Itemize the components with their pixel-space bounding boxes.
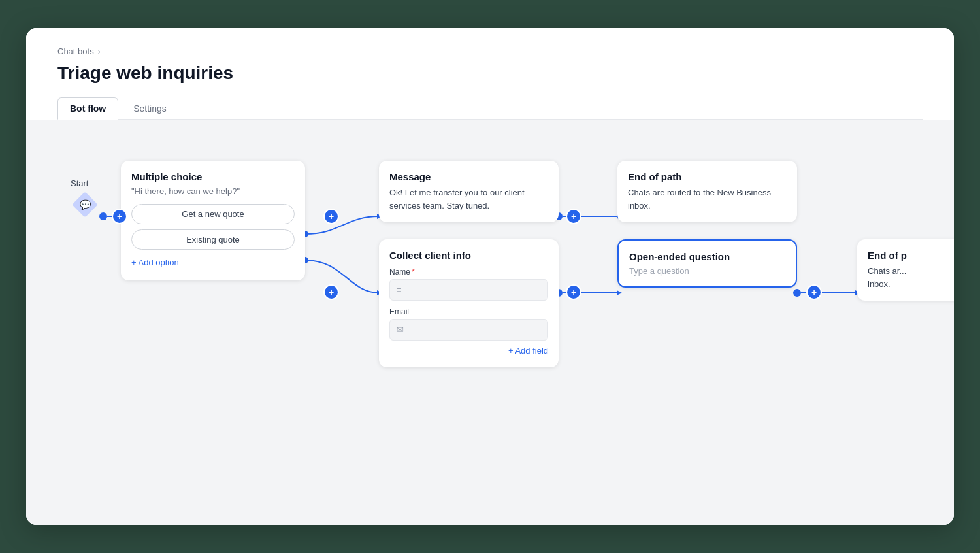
- tab-bot-flow[interactable]: Bot flow: [57, 97, 118, 120]
- text-icon: ≡: [397, 285, 402, 295]
- node-message: Message Ok! Let me transfer you to our c…: [379, 161, 559, 222]
- mc-title: Multiple choice: [131, 171, 295, 182]
- field-label-name: Name*: [389, 267, 548, 276]
- tab-settings[interactable]: Settings: [121, 97, 179, 120]
- option-existing-quote[interactable]: Existing quote: [131, 229, 295, 250]
- end2-body: Chats ar...inbox.: [868, 265, 954, 290]
- end2-title: End of p: [868, 250, 954, 261]
- option-get-quote[interactable]: Get a new quote: [131, 204, 295, 224]
- plus-button-open-end2[interactable]: +: [806, 284, 822, 300]
- main-content: Chat bots › Triage web inquiries Bot flo…: [26, 28, 954, 525]
- node-end-path-2: End of p Chats ar...inbox.: [857, 239, 954, 301]
- message-body: Ok! Let me transfer you to our client se…: [389, 186, 548, 212]
- plus-button-mc-message[interactable]: +: [323, 209, 339, 224]
- open-ended-title: Open-ended question: [629, 251, 785, 262]
- plus-button-collect-open[interactable]: +: [566, 284, 581, 300]
- node-end-path-1: End of path Chats are routed to the New …: [617, 161, 797, 222]
- page-title: Triage web inquiries: [57, 63, 923, 84]
- end1-title: End of path: [628, 171, 787, 182]
- start-node: 💬: [71, 190, 99, 219]
- end1-body: Chats are routed to the New Business inb…: [628, 186, 787, 212]
- header: Chat bots › Triage web inquiries Bot flo…: [26, 28, 954, 120]
- connector-mc-collect: [305, 260, 379, 293]
- collect-title: Collect client info: [389, 250, 548, 261]
- app-window: Chat bots › Triage web inquiries Bot flo…: [26, 28, 954, 525]
- add-option-button[interactable]: + Add option: [131, 255, 295, 270]
- connector-mc-message: [305, 216, 379, 234]
- connector-dot-start: [99, 212, 107, 220]
- breadcrumb-link[interactable]: Chat bots: [57, 46, 94, 56]
- start-label: Start: [71, 178, 88, 188]
- dot-open-out: [793, 289, 801, 297]
- node-open-ended: Open-ended question Type a question: [617, 239, 797, 288]
- node-collect-info: Collect client info Name* ≡ Email ✉ + Ad…: [379, 239, 559, 367]
- node-multiple-choice: Multiple choice "Hi there, how can we he…: [121, 161, 305, 280]
- add-field-button[interactable]: + Add field: [389, 341, 548, 357]
- message-title: Message: [389, 171, 548, 182]
- field-label-email: Email: [389, 307, 548, 316]
- mc-subtitle: "Hi there, how can we help?": [131, 186, 295, 196]
- arrow-collect-open: [617, 290, 622, 295]
- plus-button-mc-collect[interactable]: +: [323, 284, 339, 300]
- email-icon: ✉: [397, 325, 404, 335]
- breadcrumb-chevron: ›: [98, 47, 101, 56]
- open-ended-placeholder: Type a question: [629, 266, 785, 276]
- svg-text:💬: 💬: [80, 199, 91, 210]
- field-input-email[interactable]: ✉: [389, 319, 548, 341]
- required-star: *: [412, 267, 415, 276]
- breadcrumb: Chat bots ›: [57, 46, 923, 56]
- field-input-name[interactable]: ≡: [389, 279, 548, 301]
- plus-button-message-end1[interactable]: +: [566, 209, 581, 224]
- plus-button-start[interactable]: +: [112, 209, 127, 224]
- tabs-bar: Bot flow Settings: [57, 97, 923, 120]
- flow-canvas: Start 💬 + Multiple choice "Hi there, how…: [26, 120, 954, 525]
